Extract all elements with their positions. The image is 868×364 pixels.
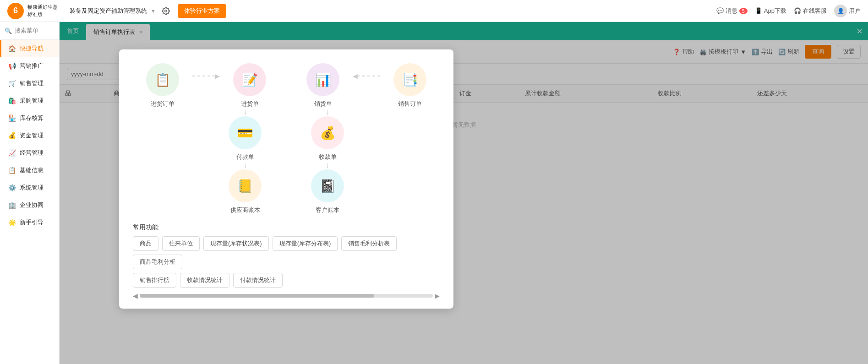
receipt-circle: 💰 xyxy=(311,116,344,149)
experience-button[interactable]: 体验行业方案 xyxy=(178,4,226,18)
top-bar: 6 畅康通好生意 标准版 装备及固定资产辅助管理系统 ▼ 体验行业方案 💬 消息… xyxy=(0,0,868,22)
marketing-icon: 📢 xyxy=(8,62,16,70)
settings-button[interactable] xyxy=(159,5,172,17)
func-btn-product[interactable]: 商品 xyxy=(133,236,158,251)
newbie-icon: 🌟 xyxy=(8,218,16,227)
logo-text: 畅康通好生意 标准版 xyxy=(27,4,58,18)
system-title: 装备及固定资产辅助管理系统 xyxy=(70,7,147,15)
avatar: 👤 xyxy=(834,5,847,17)
flow-node-purchase-order[interactable]: 📋 进货订单 xyxy=(133,63,192,108)
purchase-bill-icon: 📝 xyxy=(242,72,258,87)
system-icon: ⚙️ xyxy=(8,184,16,192)
sidebar-item-newbie[interactable]: 🌟 新手引导 xyxy=(0,214,59,231)
message-icon: 💬 xyxy=(716,7,724,14)
sales-order-icon: 📑 xyxy=(402,72,418,87)
service-icon: 🎧 xyxy=(794,7,801,14)
flow-node-supplier-ledger[interactable]: 📒 供应商账本 xyxy=(215,169,275,214)
func-btn-sales-rank[interactable]: 销售排行榜 xyxy=(133,273,176,288)
func-btn-payment-stats[interactable]: 付款情况统计 xyxy=(233,273,283,288)
scroll-track xyxy=(140,294,433,298)
func-btn-counterpart[interactable]: 往来单位 xyxy=(162,236,200,251)
user-menu[interactable]: 👤 用户 xyxy=(834,5,861,17)
common-funcs-title: 常用功能 xyxy=(133,223,440,232)
sidebar-item-finance[interactable]: 💰 资金管理 xyxy=(0,127,59,144)
func-buttons-row1: 商品 往来单位 现存量(库存状况表) 现存量(库存分布表) 销售毛利分析表 商品… xyxy=(133,236,440,269)
purchase-order-icon: 📋 xyxy=(155,72,171,87)
sales-bill-circle: 📊 xyxy=(306,63,339,96)
download-icon: 📱 xyxy=(755,7,762,14)
sidebar-item-system[interactable]: ⚙️ 系统管理 xyxy=(0,179,59,196)
receipt-icon: 💰 xyxy=(320,125,336,141)
sales-bill-icon: 📊 xyxy=(315,72,331,87)
sales-bill-label: 销货单 xyxy=(314,100,332,108)
base-info-icon: 📋 xyxy=(8,166,16,174)
message-button[interactable]: 💬 消息 5 xyxy=(716,7,748,15)
finance-icon: 💰 xyxy=(8,131,16,140)
func-btn-receipt-stats[interactable]: 收款情况统计 xyxy=(180,273,229,288)
purchase-order-label: 进货订单 xyxy=(151,100,175,108)
top-bar-right: 💬 消息 5 📱 App下载 🎧 在线客服 👤 用户 xyxy=(716,5,861,17)
func-btn-sales-margin[interactable]: 销售毛利分析表 xyxy=(341,236,397,251)
customer-ledger-label: 客户账本 xyxy=(316,206,339,214)
flow-node-sales-order[interactable]: 📑 销售订单 xyxy=(380,63,440,108)
common-funcs: 常用功能 商品 往来单位 现存量(库存状况表) 现存量(库存分布表) 销售毛利分… xyxy=(133,223,440,288)
sales-order-label: 销售订单 xyxy=(398,100,422,108)
logo-icon: 6 xyxy=(7,3,24,19)
sidebar-item-purchase[interactable]: 🛍️ 采购管理 xyxy=(0,92,59,109)
supplier-ledger-circle: 📒 xyxy=(229,169,262,202)
supplier-ledger-label: 供应商账本 xyxy=(230,206,260,214)
popup-card: 📋 进货订单 ▶ 📝 进货单 xyxy=(119,49,453,309)
func-btn-inventory-status[interactable]: 现存量(库存状况表) xyxy=(203,236,269,251)
flow-node-receipt[interactable]: 💰 收款单 xyxy=(298,116,357,161)
func-btn-product-margin[interactable]: 商品毛利分析 xyxy=(133,255,182,269)
flow-node-customer-ledger[interactable]: 📓 客户账本 xyxy=(298,169,357,214)
message-badge: 5 xyxy=(739,8,748,14)
flow-node-payment[interactable]: 💳 付款单 xyxy=(215,116,275,161)
sales-icon: 🛒 xyxy=(8,79,16,87)
sidebar-item-marketing[interactable]: 📢 营销推广 xyxy=(0,57,59,75)
payment-circle: 💳 xyxy=(229,116,262,149)
dropdown-icon[interactable]: ▼ xyxy=(151,8,156,14)
receipt-label: 收款单 xyxy=(319,153,337,161)
customer-ledger-icon: 📓 xyxy=(320,179,336,194)
func-buttons-row2: 销售排行榜 收款情况统计 付款情况统计 xyxy=(133,273,440,288)
customer-ledger-circle: 📓 xyxy=(311,169,344,202)
sidebar-item-quick-nav[interactable]: 🏠 快捷导航 xyxy=(0,40,59,57)
search-icon: 🔍 xyxy=(5,27,12,34)
sidebar: 🔍 搜索菜单 🏠 快捷导航 📢 营销推广 🛒 销售管理 🛍️ 采购管理 🏪 xyxy=(0,22,60,364)
online-service-button[interactable]: 🎧 在线客服 xyxy=(794,7,827,15)
search-menu-button[interactable]: 🔍 搜索菜单 xyxy=(0,22,59,40)
sidebar-item-operations[interactable]: 📈 经营管理 xyxy=(0,144,59,162)
enterprise-icon: 🏢 xyxy=(8,201,16,209)
scroll-left-btn[interactable]: ◀ xyxy=(133,292,138,299)
purchase-icon: 🛍️ xyxy=(8,97,16,105)
purchase-bill-circle: 📝 xyxy=(233,63,266,96)
sidebar-item-inventory[interactable]: 🏪 库存核算 xyxy=(0,109,59,127)
flow-node-sales-bill[interactable]: 📊 销货单 xyxy=(293,63,353,108)
inventory-icon: 🏪 xyxy=(8,114,16,122)
logo-area: 6 畅康通好生意 标准版 xyxy=(7,3,62,19)
payment-label: 付款单 xyxy=(236,153,254,161)
scroll-thumb xyxy=(140,294,374,298)
operations-icon: 📈 xyxy=(8,149,16,157)
app-download-button[interactable]: 📱 App下载 xyxy=(755,7,786,15)
home-icon: 🏠 xyxy=(8,44,16,53)
sidebar-item-sales[interactable]: 🛒 销售管理 xyxy=(0,75,59,92)
sales-order-circle: 📑 xyxy=(393,63,426,96)
content-area: 首页 销售订单执行表 × ✕ ❓ 帮助 🖨️ 按模板打印 xyxy=(60,22,868,364)
sidebar-item-enterprise[interactable]: 🏢 企业协同 xyxy=(0,196,59,214)
func-btn-inventory-dist[interactable]: 现存量(库存分布表) xyxy=(273,236,338,251)
purchase-order-circle: 📋 xyxy=(146,63,179,96)
supplier-ledger-icon: 📒 xyxy=(237,179,253,194)
flow-node-purchase-bill[interactable]: 📝 进货单 xyxy=(220,63,279,108)
scroll-right-btn[interactable]: ▶ xyxy=(435,292,440,299)
purchase-bill-label: 进货单 xyxy=(241,100,259,108)
scroll-area[interactable]: ◀ ▶ xyxy=(133,292,440,299)
payment-icon: 💳 xyxy=(237,125,253,141)
sidebar-item-base-info[interactable]: 📋 基础信息 xyxy=(0,162,59,179)
svg-point-0 xyxy=(165,10,167,12)
